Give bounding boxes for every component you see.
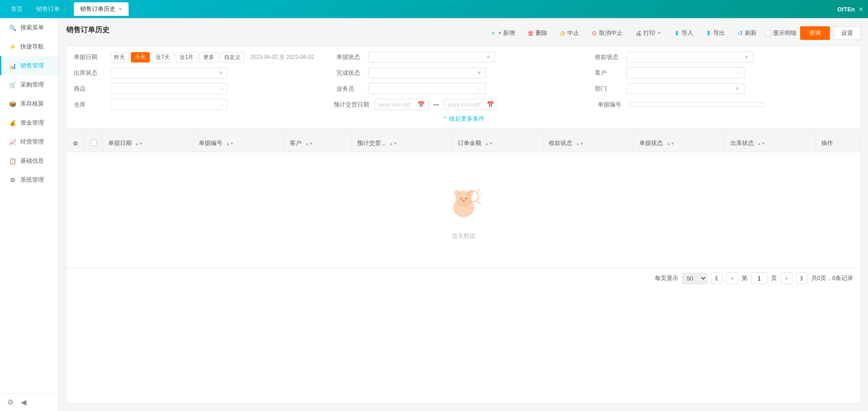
goods-input[interactable]: ··· xyxy=(110,83,228,94)
tab-sales-order[interactable]: 销售订单 ✕ xyxy=(30,2,73,16)
sidebar: 🔍 搜索菜单 ⚡ 快捷导航 📊 销售管理 🛒 采购管理 📦 库存核算 💰 资金管… xyxy=(0,18,59,411)
page-first-btn[interactable]: ⟪ xyxy=(711,272,723,284)
department-select[interactable]: ▼ xyxy=(627,83,744,94)
outbound-select[interactable]: ▼ xyxy=(110,68,228,78)
delete-btn[interactable]: 🗑 删除 xyxy=(523,27,552,39)
outbound-label: 出库状态 xyxy=(74,69,110,77)
delivery-to-input[interactable]: yyyy-mm-dd 📅 xyxy=(444,99,498,110)
refresh-btn[interactable]: ↺ 刷新 xyxy=(733,27,761,39)
import-label: 导入 xyxy=(681,29,693,37)
topbar-right: OfTEn ✕ xyxy=(837,6,863,13)
gear-icon[interactable]: ⚙ xyxy=(73,140,78,147)
calendar-from-icon[interactable]: 📅 xyxy=(417,101,425,108)
th-delivery[interactable]: 预计交货... ▲▼ xyxy=(352,135,452,152)
th-check[interactable] xyxy=(85,135,102,152)
header-checkbox[interactable] xyxy=(91,140,97,146)
no-data-text: 暂无数据 xyxy=(452,232,475,240)
warehouse-input[interactable]: ··· xyxy=(110,99,228,110)
th-doc-status[interactable]: 单据状态 ▲▼ xyxy=(634,135,725,152)
collapse-bar[interactable]: ⌃ 收起更多条件 xyxy=(74,115,853,123)
th-outbound[interactable]: 出库状态 ▲▼ xyxy=(724,135,815,152)
th-date[interactable]: 单据日期 ▲▼ xyxy=(102,135,193,152)
display-checkbox[interactable] xyxy=(765,30,771,36)
page-input[interactable] xyxy=(751,272,767,284)
date-pill-more[interactable]: 更多 xyxy=(199,52,218,63)
customer-input[interactable]: ··· xyxy=(627,67,744,78)
sidebar-item-purchase-mgmt[interactable]: 🛒 采购管理 xyxy=(0,75,58,94)
tab-sales-order-history-close[interactable]: ✕ xyxy=(118,6,122,12)
stop-btn[interactable]: ⊘ 中止 xyxy=(556,27,584,39)
sidebar-item-capital-mgmt[interactable]: 💰 资金管理 xyxy=(0,113,58,132)
salesperson-ellipsis[interactable]: ··· xyxy=(477,85,482,92)
query-button[interactable]: 查询 xyxy=(800,26,830,40)
th-number[interactable]: 单据编号 ▲▼ xyxy=(193,135,284,152)
delivery-from-input[interactable]: yyyy-mm-dd 📅 xyxy=(374,99,429,110)
outbound-filter-control: ▼ xyxy=(110,68,336,78)
date-pill-today[interactable]: 今天 xyxy=(131,52,150,63)
th-customer[interactable]: 客户 ▲▼ xyxy=(284,135,352,152)
refresh-icon: ↺ xyxy=(738,29,743,37)
date-pills: 昨天 今天 近7天 近1月 更多 自定义 xyxy=(110,52,245,63)
complete-select[interactable]: ▼ xyxy=(368,68,486,78)
sidebar-settings-icon[interactable]: ⚙ xyxy=(7,398,14,406)
page-size-select[interactable]: 50 20 100 xyxy=(682,273,707,284)
sidebar-item-quick-nav[interactable]: ⚡ 快捷导航 xyxy=(0,37,58,56)
th-amount[interactable]: 订单金额 ▲▼ xyxy=(452,135,543,152)
sidebar-item-operations[interactable]: 📈 经营管理 xyxy=(0,132,58,151)
date-pill-yesterday[interactable]: 昨天 xyxy=(110,52,129,63)
doc-number-input[interactable] xyxy=(629,102,765,107)
tab-sales-order-history[interactable]: 销售订单历史 ✕ xyxy=(74,2,129,16)
sidebar-item-basic-info-label: 基础信息 xyxy=(20,157,44,165)
sidebar-item-inventory[interactable]: 📦 库存核算 xyxy=(0,94,58,113)
print-btn[interactable]: 🖨 打印 ▼ xyxy=(631,27,666,39)
import-btn[interactable]: ⬇ 导入 xyxy=(670,27,698,39)
doc-number-filter-control xyxy=(629,102,853,107)
export-icon: ⬆ xyxy=(706,29,711,37)
sidebar-item-capital-mgmt-label: 资金管理 xyxy=(20,119,44,127)
no-data-area: ✦ ✦ 暂无数据 xyxy=(67,152,860,267)
page-next-btn[interactable]: ＞ xyxy=(781,272,792,284)
date-range-text: 2023-06-02 至 2023-06-02 xyxy=(250,53,314,61)
filter-row-4: 仓库 ··· 预计交货日期 yyyy-mm-dd 📅 — xyxy=(74,99,853,110)
status-label: 单据状态 xyxy=(336,53,368,61)
topbar-close-icon[interactable]: ✕ xyxy=(858,6,863,13)
delete-label: 删除 xyxy=(536,29,547,37)
new-btn[interactable]: ＋ + 新增 xyxy=(485,27,519,39)
sidebar-item-sales-mgmt[interactable]: 📊 销售管理 xyxy=(0,56,58,75)
sidebar-collapse-icon[interactable]: ◀ xyxy=(21,398,26,406)
sales-mgmt-icon: 📊 xyxy=(9,62,17,70)
th-payment[interactable]: 收款状态 ▲▼ xyxy=(543,135,634,152)
cancel-btn[interactable]: ⊙ 取消中止 xyxy=(587,27,627,39)
display-toggle[interactable]: 显示明细 xyxy=(765,29,796,37)
tab-home[interactable]: 首页 xyxy=(5,2,29,16)
th-gear[interactable]: ⚙ xyxy=(67,135,85,152)
date-pill-custom[interactable]: 自定义 xyxy=(220,52,245,63)
top-bar: 首页 销售订单 ✕ 销售订单历史 ✕ OfTEn ✕ xyxy=(0,0,868,18)
settings-button[interactable]: 设置 xyxy=(834,26,861,40)
sidebar-item-operations-label: 经营管理 xyxy=(20,138,44,146)
system-mgmt-icon: ⚙ xyxy=(9,176,17,184)
export-btn[interactable]: ⬆ 导出 xyxy=(701,27,729,39)
tab-sales-order-label: 销售订单 xyxy=(36,5,60,13)
page-prev-btn[interactable]: ＜ xyxy=(726,272,738,284)
complete-arrow-icon: ▼ xyxy=(476,70,482,76)
date-label: 单据日期 xyxy=(74,53,110,61)
sidebar-item-quick-nav-label: 快捷导航 xyxy=(20,43,44,51)
date-pill-1month[interactable]: 近1月 xyxy=(176,52,198,63)
page-last-btn[interactable]: ⟫ xyxy=(796,272,808,284)
warehouse-label: 仓库 xyxy=(74,101,110,109)
salesperson-input[interactable]: ··· xyxy=(368,83,486,94)
sidebar-item-search-menu[interactable]: 🔍 搜索菜单 xyxy=(0,18,58,37)
status-select[interactable]: ▼ xyxy=(368,52,495,63)
sidebar-item-basic-info[interactable]: 📋 基础信息 xyxy=(0,151,58,170)
payment-select[interactable]: ▼ xyxy=(627,52,753,63)
goods-ellipsis[interactable]: ··· xyxy=(219,85,224,92)
inventory-icon: 📦 xyxy=(9,100,17,108)
status-filter-control: ▼ xyxy=(368,52,595,63)
sidebar-item-system-mgmt[interactable]: ⚙ 系统管理 xyxy=(0,170,58,189)
calendar-to-icon[interactable]: 📅 xyxy=(487,101,494,108)
tab-sales-order-close[interactable]: ✕ xyxy=(62,6,67,12)
date-pill-7days[interactable]: 近7天 xyxy=(152,52,174,63)
warehouse-ellipsis[interactable]: ··· xyxy=(219,101,224,108)
customer-ellipsis[interactable]: ··· xyxy=(735,69,740,76)
